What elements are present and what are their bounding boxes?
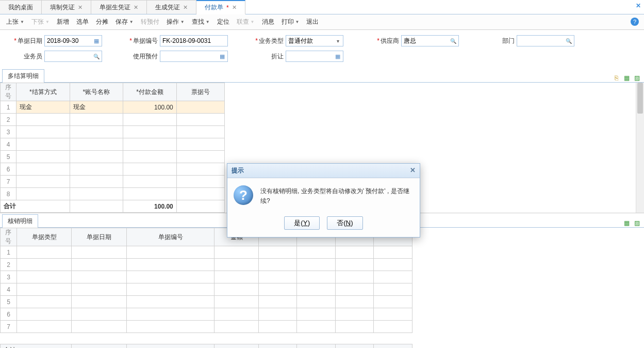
table-row[interactable]: 1 [1, 246, 412, 259]
cell[interactable] [127, 296, 214, 308]
cell[interactable] [176, 188, 224, 200]
cell[interactable] [72, 296, 127, 308]
cell[interactable] [16, 188, 70, 200]
cell[interactable] [335, 271, 374, 283]
search-icon[interactable] [450, 37, 457, 44]
table-row[interactable]: 6 [1, 308, 412, 321]
cell[interactable] [374, 283, 412, 296]
cell[interactable] [70, 151, 123, 163]
cell[interactable] [16, 321, 72, 333]
cell[interactable] [16, 296, 72, 308]
cell[interactable] [127, 259, 214, 271]
close-icon[interactable]: ✕ [78, 4, 82, 11]
exit-button[interactable]: 退出 [306, 18, 319, 26]
cell[interactable] [127, 321, 214, 333]
operate-button[interactable]: 操作▼ [167, 18, 185, 26]
table-row[interactable]: 7 [1, 176, 225, 188]
close-icon[interactable]: ✕ [134, 4, 138, 11]
cell[interactable] [214, 259, 258, 271]
cell[interactable] [258, 321, 297, 333]
del-row-icon[interactable]: ▨ [633, 219, 641, 227]
cell[interactable] [258, 246, 297, 259]
cell[interactable] [70, 138, 123, 151]
cell[interactable] [214, 296, 258, 308]
cell[interactable] [123, 114, 177, 126]
table-row[interactable]: 8 [1, 188, 225, 200]
cell[interactable] [16, 283, 72, 296]
cell[interactable] [374, 321, 412, 333]
cell[interactable] [16, 163, 70, 176]
col-billtype[interactable]: 单据类型 [16, 228, 72, 246]
cell[interactable] [16, 308, 72, 321]
cell-bill[interactable] [176, 101, 224, 114]
tab-desktop[interactable]: 我的桌面 [0, 0, 42, 14]
cell[interactable] [258, 283, 297, 296]
table-row[interactable]: 6 [1, 163, 225, 176]
close-all-icon[interactable]: ✕ [633, 0, 644, 14]
table-row[interactable]: 3 [1, 126, 225, 138]
cell[interactable] [123, 138, 177, 151]
col-billdate[interactable]: 单据日期 [72, 228, 127, 246]
copy-icon[interactable]: ⎘ [612, 74, 620, 82]
table-row[interactable]: 4 [1, 138, 225, 151]
table-row[interactable]: 4 [1, 283, 412, 296]
locate-button[interactable]: 定位 [217, 18, 229, 26]
cell[interactable] [374, 271, 412, 283]
cell[interactable] [258, 308, 297, 321]
cell[interactable] [297, 296, 336, 308]
cell[interactable] [335, 321, 374, 333]
cell[interactable] [335, 259, 374, 271]
del-row-icon[interactable]: ▨ [633, 74, 641, 82]
table-row[interactable]: 2 [1, 259, 412, 271]
cell[interactable] [176, 176, 224, 188]
table-row[interactable]: 7 [1, 321, 412, 333]
chevron-down-icon[interactable] [334, 37, 341, 44]
cell[interactable] [176, 126, 224, 138]
cell[interactable] [297, 308, 336, 321]
cell[interactable] [70, 176, 123, 188]
use-prepay-input[interactable] [160, 52, 227, 61]
cell[interactable] [258, 259, 297, 271]
cell[interactable] [16, 114, 70, 126]
cell[interactable] [297, 321, 336, 333]
message-button[interactable]: 消息 [262, 18, 274, 26]
cell-amt[interactable]: 100.00 [123, 101, 177, 114]
writeoff-tab[interactable]: 核销明细 [2, 214, 38, 228]
cell[interactable] [123, 126, 177, 138]
close-icon[interactable]: ✕ [232, 4, 237, 11]
table-row[interactable]: 3 [1, 271, 412, 283]
cell[interactable] [214, 271, 258, 283]
print-button[interactable]: 打印▼ [282, 18, 300, 26]
settlement-tab[interactable]: 多结算明细 [2, 69, 44, 83]
allocate-button[interactable]: 分摊 [96, 18, 108, 26]
search-icon[interactable] [565, 37, 572, 44]
cell[interactable] [214, 246, 258, 259]
cell[interactable] [297, 283, 336, 296]
tab-voucher[interactable]: 填制凭证✕ [42, 0, 91, 14]
add-row-icon[interactable]: ▦ [622, 74, 631, 82]
cell[interactable] [214, 321, 258, 333]
cell[interactable] [127, 283, 214, 296]
cell[interactable] [72, 321, 127, 333]
cell[interactable] [258, 296, 297, 308]
cell[interactable] [127, 308, 214, 321]
cell[interactable] [16, 138, 70, 151]
add-row-icon[interactable]: ▦ [622, 219, 631, 227]
close-icon[interactable]: ✕ [410, 166, 416, 175]
cell[interactable] [214, 283, 258, 296]
cell[interactable] [297, 259, 336, 271]
calendar-icon[interactable] [334, 53, 341, 60]
cell[interactable] [16, 176, 70, 188]
col-settle[interactable]: *结算方式 [16, 83, 70, 101]
cell[interactable] [176, 151, 224, 163]
tab-gen-voucher[interactable]: 生成凭证✕ [147, 0, 196, 14]
cell[interactable] [258, 271, 297, 283]
cell[interactable] [297, 271, 336, 283]
tab-payment[interactable]: 付款单*✕ [196, 0, 245, 14]
scrollbar[interactable] [636, 83, 644, 213]
tab-bill-voucher[interactable]: 单据生凭证✕ [91, 0, 147, 14]
cell[interactable] [123, 151, 177, 163]
calendar-icon[interactable] [219, 53, 226, 60]
table-row[interactable]: 2 [1, 114, 225, 126]
cell[interactable] [335, 296, 374, 308]
